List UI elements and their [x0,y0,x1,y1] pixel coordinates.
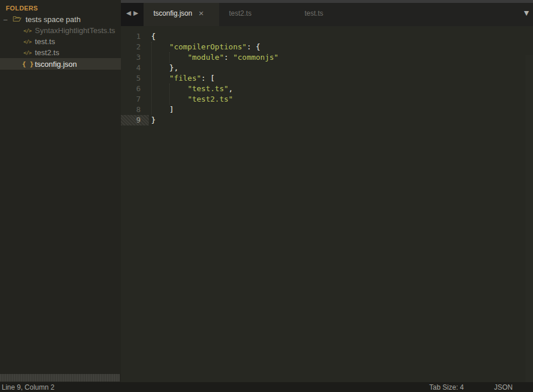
typescript-file-icon: </> [22,39,33,45]
code-editor[interactable]: 1{2 "compilerOptions": {3 "module": "com… [121,26,533,382]
sidebar-horizontal-scrollbar[interactable] [0,374,120,382]
indent-guide [151,42,152,115]
code-text: "test.ts", [151,84,233,94]
tab-bar: ◀ ▶ tsconfig.json×test2.tstest.ts ▼ [121,0,533,26]
tab-test2.ts[interactable]: test2.ts [219,0,295,26]
main-area: ◀ ▶ tsconfig.json×test2.tstest.ts ▼ 1{2 … [121,0,533,392]
file-label: test2.ts [35,48,59,57]
indent-guide [169,84,170,105]
tab-label: tsconfig.json [153,9,192,17]
tab-size-status[interactable]: Tab Size: 4 [430,383,464,391]
code-text: }, [151,63,178,73]
close-tab-icon[interactable]: × [199,10,204,17]
code-text: "files": [ [151,73,215,84]
tabs-strip: tsconfig.json×test2.tstest.ts [144,0,370,26]
minimap[interactable] [525,55,533,392]
line-number: 7 [121,94,149,105]
line-number: 5 [121,73,149,84]
code-line-9[interactable]: 9} [121,115,533,125]
folder-row-tests-space-path[interactable]: – tests space path [0,14,121,25]
file-row-tsconfig.json[interactable]: { }tsconfig.json [0,58,121,70]
folder-name: tests space path [26,15,81,24]
code-line-5[interactable]: 5 "files": [ [121,73,533,84]
tab-label: test.ts [305,9,323,17]
file-list: </>SyntaxHightlightTests.ts</>test.ts</>… [0,25,121,70]
line-number: 6 [121,84,149,94]
typescript-file-icon: </> [22,50,33,56]
code-line-1[interactable]: 1{ [121,31,533,42]
code-text: "compilerOptions": { [151,42,260,52]
code-text: } [151,115,156,125]
file-row-SyntaxHightlightTests.ts[interactable]: </>SyntaxHightlightTests.ts [0,25,121,36]
file-label: SyntaxHightlightTests.ts [35,26,115,35]
code-line-2[interactable]: 2 "compilerOptions": { [121,42,533,52]
line-number: 8 [121,105,149,115]
typescript-file-icon: </> [22,28,33,34]
code-line-6[interactable]: 6 "test.ts", [121,84,533,94]
line-number: 2 [121,42,149,52]
indent-guide [169,52,170,63]
folders-header: FOLDERS [0,0,121,14]
syntax-status[interactable]: JSON [494,383,513,391]
line-number: 9 [121,115,149,125]
code-text: "test2.ts" [151,94,233,105]
next-tab-arrow-icon[interactable]: ▶ [134,9,138,17]
file-label: tsconfig.json [35,60,77,69]
tab-nav: ◀ ▶ [121,0,144,26]
tab-label: test2.ts [229,9,252,17]
code-text: "module": "commonjs" [151,52,278,63]
code-line-7[interactable]: 7 "test2.ts" [121,94,533,105]
file-label: test.ts [35,37,55,46]
file-row-test2.ts[interactable]: </>test2.ts [0,47,121,58]
code-text: ] [151,105,174,115]
tab-tsconfig.json[interactable]: tsconfig.json× [144,0,219,26]
tab-test.ts[interactable]: test.ts [295,0,370,26]
json-braces-icon: { } [22,60,33,68]
code-line-8[interactable]: 8 ] [121,105,533,115]
line-number: 1 [121,31,149,42]
status-right: Tab Size: 4 JSON [430,383,533,391]
sidebar: FOLDERS – tests space path </>SyntaxHigh… [0,0,121,382]
caret-position-status: Line 9, Column 2 [0,383,430,391]
prev-tab-arrow-icon[interactable]: ◀ [126,9,131,17]
tab-overflow-icon[interactable]: ▼ [524,9,529,17]
code-line-4[interactable]: 4 }, [121,63,533,73]
folder-tree: – tests space path </>SyntaxHightlightTe… [0,14,121,70]
open-folder-icon [13,15,22,24]
code-line-3[interactable]: 3 "module": "commonjs" [121,52,533,63]
code-lines: 1{2 "compilerOptions": {3 "module": "com… [121,31,533,125]
line-number: 3 [121,52,149,63]
code-text: { [151,31,156,42]
file-row-test.ts[interactable]: </>test.ts [0,36,121,47]
sublime-text-window: FOLDERS – tests space path </>SyntaxHigh… [0,0,533,392]
line-number: 4 [121,63,149,73]
status-bar: Line 9, Column 2 Tab Size: 4 JSON [0,382,533,392]
collapse-icon[interactable]: – [3,16,13,24]
